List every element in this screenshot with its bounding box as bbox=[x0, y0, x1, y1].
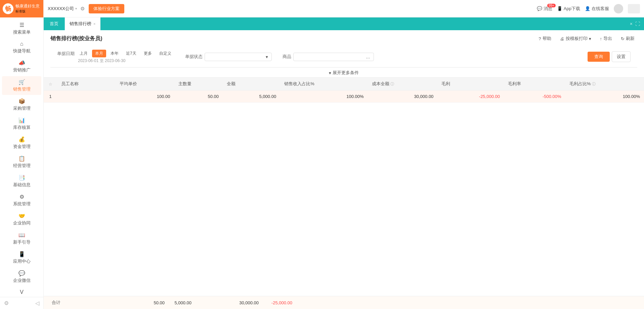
sidebar-icon-13: 💬 bbox=[18, 270, 25, 276]
sidebar-item-1[interactable]: ⌂快捷导航 bbox=[2, 38, 41, 57]
tab-home[interactable]: 首页 bbox=[44, 17, 65, 30]
app-download-button[interactable]: 📱 App下载 bbox=[557, 6, 580, 12]
date-7days[interactable]: 近7天 bbox=[123, 50, 139, 57]
export-icon: ↑ bbox=[600, 36, 602, 41]
status-dropdown[interactable]: ▾ bbox=[205, 53, 272, 61]
goods-more-icon: … bbox=[366, 54, 370, 59]
sidebar-icon-6: 💰 bbox=[18, 136, 25, 143]
export-label: 导出 bbox=[603, 36, 612, 42]
sidebar-icon-3: 🛒 bbox=[18, 79, 25, 85]
settings-gear-icon[interactable]: ⚙ bbox=[80, 6, 85, 12]
expand-label: 展开更多条件 bbox=[333, 70, 359, 76]
logo-text: 畅康通好生意 bbox=[15, 4, 40, 9]
page-header: 销售排行榜(按业务员) ? 帮助 🖨 按模板打印 ▾ ↑ 导出 bbox=[44, 30, 644, 78]
sidebar-label-3: 销售管理 bbox=[13, 86, 31, 92]
cell-sales-pct: 100.00% bbox=[280, 91, 368, 103]
date-filter-row: 单据日期 上月 本月 本年 近7天 更多 自定义 bbox=[57, 50, 174, 57]
date-more[interactable]: 更多 bbox=[141, 50, 155, 57]
online-service-button[interactable]: 👤 在线客服 bbox=[585, 6, 609, 12]
company-selector[interactable]: XXXXXX公司 ▾ bbox=[48, 6, 77, 12]
sidebar-icon-9: ⚙ bbox=[19, 194, 24, 200]
logo-sub: 标准版 bbox=[15, 9, 40, 14]
sidebar-icon-12: 📱 bbox=[18, 251, 25, 257]
sidebar-item-0[interactable]: ☰搜索菜单 bbox=[2, 19, 41, 38]
th-gross-pct: 毛利占比% ⓘ bbox=[565, 78, 644, 91]
refresh-button[interactable]: ↻ 刷新 bbox=[618, 34, 637, 43]
service-label: 在线客服 bbox=[592, 6, 609, 12]
th-amount: 全额 bbox=[223, 78, 280, 91]
sidebar: 畅 畅康通好生意 标准版 ☰搜索菜单⌂快捷导航📣营销推广🛒销售管理📦采购管理📊库… bbox=[0, 0, 44, 309]
sidebar-label-2: 营销推广 bbox=[13, 67, 31, 73]
sidebar-item-10[interactable]: 🤝企业协同 bbox=[2, 210, 41, 229]
sidebar-item-3[interactable]: 🛒销售管理 bbox=[2, 76, 41, 95]
user-avatar[interactable] bbox=[614, 4, 623, 13]
th-sales-pct: 销售收入占比% bbox=[280, 78, 368, 91]
sidebar-item-5[interactable]: 📊库存核算 bbox=[2, 114, 41, 133]
help-icon: ? bbox=[539, 36, 541, 41]
tab-sales-rank[interactable]: 销售排行榜 × bbox=[65, 17, 100, 30]
th-qty: 主数量 bbox=[174, 78, 223, 91]
sidebar-label-12: 应用中心 bbox=[13, 258, 31, 264]
data-table: ☆ 员工名称 平均单价 主数量 全额 销售收入占比% 成本全额 ⓘ 毛利 毛利率 bbox=[44, 78, 644, 103]
th-gross: 毛利 bbox=[437, 78, 504, 91]
sidebar-label-11: 新手引导 bbox=[13, 239, 31, 245]
window-buttons: × ⛶ bbox=[626, 21, 644, 27]
sidebar-item-7[interactable]: 📋经营管理 bbox=[2, 153, 41, 171]
date-current-year[interactable]: 本年 bbox=[108, 50, 122, 57]
query-button[interactable]: 查询 bbox=[588, 52, 610, 62]
page-title-row: 销售排行榜(按业务员) ? 帮助 🖨 按模板打印 ▾ ↑ 导出 bbox=[50, 34, 637, 46]
collapse-icon[interactable]: ◁ bbox=[35, 300, 39, 306]
sidebar-label-13: 企业微信 bbox=[13, 277, 31, 284]
sidebar-item-13[interactable]: 💬企业微信 bbox=[2, 267, 41, 286]
footer-gross: -25,000.00 bbox=[263, 300, 296, 305]
refresh-label: 刷新 bbox=[626, 36, 635, 42]
page-actions: ? 帮助 🖨 按模板打印 ▾ ↑ 导出 ↻ 刷新 bbox=[536, 34, 637, 43]
status-dropdown-icon: ▾ bbox=[266, 54, 268, 59]
date-custom[interactable]: 自定义 bbox=[156, 50, 174, 57]
sidebar-item-6[interactable]: 💰资金管理 bbox=[2, 134, 41, 152]
cell-cost: 30,000.00 bbox=[368, 91, 438, 103]
help-button[interactable]: ? 帮助 bbox=[536, 34, 554, 43]
settings-button[interactable]: 设置 bbox=[612, 51, 631, 62]
sidebar-icon-0: ☰ bbox=[19, 22, 24, 28]
sidebar-icon-11: 📖 bbox=[18, 232, 25, 238]
user-name-display bbox=[628, 4, 640, 13]
star-icon[interactable]: ☆ bbox=[49, 82, 52, 87]
date-current-month[interactable]: 本月 bbox=[92, 50, 106, 57]
sidebar-item-12[interactable]: 📱应用中心 bbox=[2, 248, 41, 267]
gross-pct-info-icon[interactable]: ⓘ bbox=[592, 82, 596, 86]
goods-dropdown[interactable]: … bbox=[293, 53, 374, 61]
service-icon: 👤 bbox=[585, 6, 590, 11]
maximize-icon[interactable]: ⛶ bbox=[635, 21, 640, 27]
content-area: 销售排行榜(按业务员) ? 帮助 🖨 按模板打印 ▾ ↑ 导出 bbox=[44, 30, 644, 309]
cell-amount: 5,000.00 bbox=[223, 91, 280, 103]
tab-sales-rank-label: 销售排行榜 bbox=[70, 21, 91, 27]
tab-close-icon[interactable]: × bbox=[93, 22, 95, 26]
sidebar-item-9[interactable]: ⚙系统管理 bbox=[2, 191, 41, 210]
trial-button[interactable]: 体验行业方案 bbox=[89, 4, 124, 13]
sidebar-icon-8: 📑 bbox=[18, 174, 25, 181]
settings-icon[interactable]: ⚙ bbox=[4, 300, 9, 306]
close-window-icon[interactable]: × bbox=[630, 21, 633, 27]
sidebar-item-11[interactable]: 📖新手引导 bbox=[2, 229, 41, 248]
goods-filter-group: 商品 … bbox=[283, 53, 374, 61]
sidebar-label-9: 系统管理 bbox=[13, 201, 31, 207]
sidebar-label-8: 基础信息 bbox=[13, 182, 31, 188]
date-last-month[interactable]: 上月 bbox=[77, 50, 91, 57]
table-row: 1 100.00 50.00 5,000.00 100.00% 30,000.0… bbox=[44, 91, 644, 103]
sidebar-icon-4: 📦 bbox=[18, 98, 25, 104]
sidebar-footer: ⚙ ◁ bbox=[0, 297, 43, 309]
print-button[interactable]: 🖨 按模板打印 ▾ bbox=[557, 34, 594, 43]
sidebar-item-4[interactable]: 📦采购管理 bbox=[2, 95, 41, 114]
export-button[interactable]: ↑ 导出 bbox=[597, 34, 615, 43]
cost-info-icon[interactable]: ⓘ bbox=[390, 82, 394, 86]
sidebar-item-2[interactable]: 📣营销推广 bbox=[2, 57, 41, 76]
logo-icon: 畅 bbox=[3, 3, 13, 14]
message-button[interactable]: 💬 消息 99+ bbox=[537, 6, 552, 12]
sidebar-item-8[interactable]: 📑基础信息 bbox=[2, 172, 41, 191]
expand-button[interactable]: ▾ 展开更多条件 bbox=[329, 70, 359, 76]
footer-qty: 50.00 bbox=[142, 300, 169, 305]
cell-qty: 50.00 bbox=[174, 91, 223, 103]
sidebar-item-14[interactable]: V畅会员 bbox=[2, 287, 41, 297]
filter-expand-row: ▾ 展开更多条件 bbox=[50, 67, 637, 77]
